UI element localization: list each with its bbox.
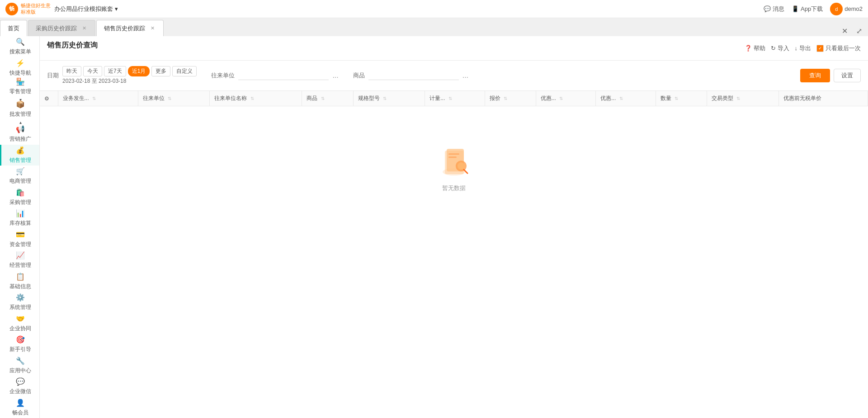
sort-arrows-biz-date[interactable]: ⇅ [92,96,96,101]
th-trade-type[interactable]: 交易类型 ⇅ [707,91,778,106]
query-button[interactable]: 查询 [800,69,830,82]
help-btn[interactable]: ❓ 帮助 [745,44,765,52]
th-unit[interactable]: 计量... ⇅ [425,91,485,106]
app-download-btn[interactable]: 📱 App下载 [792,5,823,13]
sort-arrows-quantity[interactable]: ⇅ [675,96,678,101]
tab-bar-right: ✕ ⤢ [839,25,868,36]
date-buttons: 昨天 今天 近7天 近1月 更多 自定义 [62,66,197,76]
top-bar-right: 💬 消息 📱 App下载 d demo2 [764,3,863,15]
member-icon: 👤 [16,399,25,407]
sidebar-item-retail[interactable]: 🏪 零售管理 ▾ [0,78,39,101]
partner-input[interactable] [238,71,329,80]
system-icon: ⚙️ [16,293,25,302]
sidebar-item-guide[interactable]: 🎯 新手引导 [0,334,39,355]
svg-point-6 [458,162,465,170]
sidebar-item-operations[interactable]: 📈 经营管理 [0,250,39,271]
date-label: 日期 [47,71,59,80]
sidebar-item-system[interactable]: ⚙️ 系统管理 [0,292,39,313]
page-title: 销售历史价查询 [47,41,98,50]
import-btn[interactable]: ↻ 导入 [771,44,789,52]
sort-arrows-goods[interactable]: ⇅ [321,96,325,101]
th-settings[interactable]: ⚙ [40,91,58,106]
app-icon: 📱 [792,5,799,12]
setting-button[interactable]: 设置 [834,69,861,82]
retail-icon: 🏪 [16,77,25,86]
date-btn-7days[interactable]: 近7天 [104,66,126,76]
tab-purchase-history-close[interactable]: ✕ [80,25,88,32]
chevron-down-icon: ▾ [115,5,118,12]
th-partner-name[interactable]: 往来单位名称 ⇅ [210,91,302,106]
tab-bar: 首页 采购历史价跟踪 ✕ 销售历史价跟踪 ✕ ✕ ⤢ [0,18,868,36]
message-icon: 💬 [764,5,771,12]
tab-sales-history[interactable]: 销售历史价跟踪 ✕ [96,20,164,36]
export-icon: ↓ [795,45,798,52]
date-range-display: 2023-02-18 至 2023-03-18 [62,77,197,85]
message-btn[interactable]: 💬 消息 [764,5,784,13]
sort-arrows-partner-name[interactable]: ⇅ [250,96,254,101]
th-partner-code[interactable]: 往来单位 ⇅ [138,91,210,106]
sidebar-item-sales-mgmt[interactable]: 💰 销售管理 [0,145,39,166]
sidebar-item-member[interactable]: 👤 畅会员 [0,397,39,418]
sort-arrows-quote[interactable]: ⇅ [504,96,507,101]
tab-sales-history-close[interactable]: ✕ [149,25,156,32]
date-btn-custom[interactable]: 自定义 [172,66,197,76]
th-discount2[interactable]: 优惠... ⇅ [596,91,656,106]
page-title-row: 销售历史价查询 ❓ 帮助 ↻ 导入 ↓ 导出 ✓ 只看最后一次 [40,36,868,61]
th-pretax-price[interactable]: 优惠前无税单价 [778,91,868,106]
sidebar-item-marketing[interactable]: 📢 营销推广 [0,124,39,145]
goods-label: 商品 [353,71,365,80]
tab-sales-history-label: 销售历史价跟踪 [104,24,145,33]
sidebar-item-search[interactable]: 🔍 搜索菜单 [0,36,39,57]
sales-icon: 💰 [16,146,25,155]
sidebar-item-wechat[interactable]: 💬 企业微信 [0,376,39,397]
sidebar-item-basic-info[interactable]: 📋 基础信息 [0,271,39,292]
date-filter-group: 日期 昨天 今天 近7天 近1月 更多 自定义 2023-02-18 至 202… [47,66,197,85]
basic-info-icon: 📋 [16,272,25,281]
sort-arrows-discount2[interactable]: ⇅ [619,96,623,101]
user-profile[interactable]: d demo2 [830,3,863,15]
th-biz-date[interactable]: 业务发生... ⇅ [58,91,138,106]
goods-input[interactable] [368,71,459,80]
sidebar-item-apps[interactable]: 🔧 应用中心 [0,355,39,376]
sort-arrows-partner-code[interactable]: ⇅ [168,96,171,101]
tab-purchase-history-label: 采购历史价跟踪 [36,24,77,33]
date-btn-1month[interactable]: 近1月 [128,66,150,76]
th-quote[interactable]: 报价 ⇅ [485,91,536,106]
search-icon: 🔍 [16,38,25,46]
date-btn-today[interactable]: 今天 [83,66,102,76]
sidebar-item-purchase[interactable]: 🛍️ 采购管理 [0,187,39,208]
goods-dots[interactable]: ... [462,71,468,80]
sidebar-item-quick-nav[interactable]: ⚡ 快捷导航 [0,57,39,79]
empty-text: 暂无数据 [442,184,466,192]
th-discount1[interactable]: 优惠... ⇅ [536,91,595,106]
top-bar-left: 畅 畅捷信好生意 标准版 办公用品行业模拟账套 ▾ [5,3,118,15]
partner-filter-group: 往来单位 ... [211,71,338,80]
th-quantity[interactable]: 数量 ⇅ [656,91,707,106]
maximize-icon[interactable]: ⤢ [854,25,864,36]
app-selector[interactable]: 办公用品行业模拟账套 ▾ [54,5,118,13]
close-all-tabs-icon[interactable]: ✕ [839,25,850,36]
sort-arrows-discount1[interactable]: ⇅ [559,96,563,101]
sidebar-item-ecommerce[interactable]: 🛒 电商管理 [0,166,39,187]
content-area: 销售历史价查询 ❓ 帮助 ↻ 导入 ↓ 导出 ✓ 只看最后一次 [40,36,868,418]
partner-dots[interactable]: ... [332,71,338,80]
sidebar-item-wholesale[interactable]: 📦 批发管理 ▴ [0,101,39,124]
sort-arrows-unit[interactable]: ⇅ [448,96,452,101]
last-only-checkbox-area[interactable]: ✓ 只看最后一次 [816,44,861,52]
th-spec[interactable]: 规格型号 ⇅ [353,91,425,106]
top-bar: 畅 畅捷信好生意 标准版 办公用品行业模拟账套 ▾ 💬 消息 📱 App下载 d… [0,0,868,18]
tab-home[interactable]: 首页 [0,20,27,36]
export-btn[interactable]: ↓ 导出 [795,44,811,52]
last-only-checkbox[interactable]: ✓ [816,45,824,52]
sort-arrows-spec[interactable]: ⇅ [383,96,387,101]
tab-purchase-history[interactable]: 采购历史价跟踪 ✕ [28,20,95,36]
lightning-icon: ⚡ [16,59,25,67]
sidebar-item-enterprise[interactable]: 🤝 企业协同 [0,313,39,334]
sort-arrows-trade-type[interactable]: ⇅ [736,96,740,101]
enterprise-icon: 🤝 [16,314,25,323]
sidebar-item-finance[interactable]: 💳 资金管理 [0,229,39,250]
date-btn-yesterday[interactable]: 昨天 [62,66,81,76]
sidebar-item-inventory[interactable]: 📊 库存核算 [0,208,39,229]
date-btn-more[interactable]: 更多 [151,66,170,76]
th-goods[interactable]: 商品 ⇅ [302,91,353,106]
